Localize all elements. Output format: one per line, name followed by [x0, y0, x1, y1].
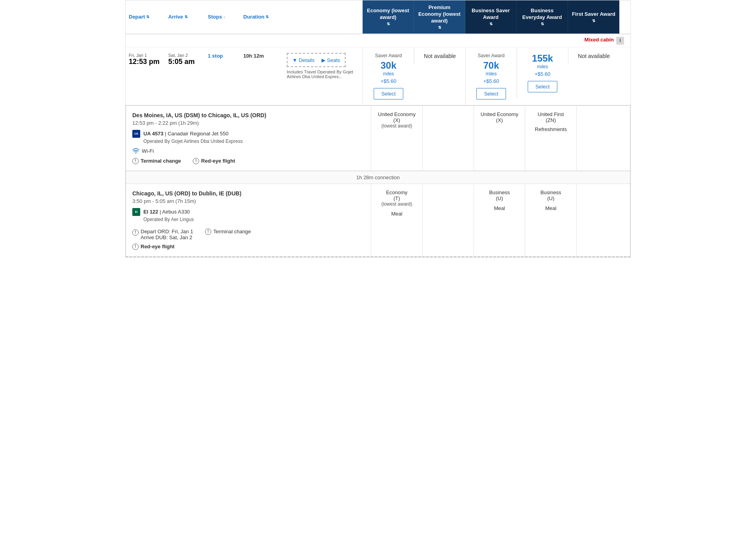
seg1-premium-col [422, 106, 474, 171]
first-saver-not-available: Not available [578, 53, 610, 59]
first-saver-award-cell: Not available [568, 47, 619, 65]
arrive-cell: Sat, Jan 2 5:05 am [165, 47, 205, 71]
first-saver-header: First Saver Award ⇅ [568, 0, 619, 34]
duration-value: 10h 12m [243, 53, 280, 59]
arrive-sort-icon: ⇅ [184, 15, 188, 19]
segment2-route: Chicago, IL, US (ORD) to Dublin, IE (DUB… [132, 190, 365, 197]
red-eye-label: Red-eye flight [201, 158, 235, 164]
segment1-route: Des Moines, IA, US (DSM) to Chicago, IL,… [132, 112, 365, 118]
operated-by: Includes Travel Operated By Gojet Airlin… [287, 69, 359, 79]
biz-saver-select-button[interactable]: Select [476, 88, 506, 99]
mixed-cabin-label: Mixed cabin [585, 37, 614, 45]
seg2-biz-saver-col: Business (U) Meal [474, 184, 525, 256]
seg1-economy-col: United Economy (X) (lowest award) [371, 106, 422, 171]
segment1-time: 12:53 pm - 2:22 pm (1h 29m) [132, 120, 365, 126]
wifi-icon [132, 148, 139, 154]
economy-header: Economy (lowest award) ⇅ [363, 0, 414, 34]
depart-date: Fri, Jan 1 [129, 53, 162, 58]
details-button[interactable]: ▼ Details [292, 57, 314, 63]
premium-sort-icon[interactable]: ⇅ [438, 25, 441, 30]
economy-miles: 30k [380, 60, 396, 71]
ua-logo: UA [132, 130, 140, 138]
depart-cell: Fri, Jan 1 12:53 pm [126, 47, 165, 71]
seg2-premium-col [422, 184, 474, 256]
biz-everyday-miles: 155k [532, 53, 553, 64]
seg2-economy-col: Economy (T) (lowest award) Meal [371, 184, 422, 256]
terminal-change-label: Terminal change [141, 158, 181, 164]
biz-everyday-select-button[interactable]: Select [528, 81, 557, 92]
premium-award-cell: Not available [414, 47, 465, 65]
svg-point-0 [135, 153, 136, 154]
seg1-biz-saver-col: United Economy (X) [474, 106, 525, 171]
biz-everyday-miles-unit: miles [537, 64, 548, 69]
economy-fee: +$5.60 [380, 78, 396, 84]
ei-logo: EI [132, 208, 140, 216]
duration-header[interactable]: Duration ⇅ [240, 0, 284, 34]
details-cell: ▼ Details ▶ Seats Includes Travel Operat… [284, 47, 363, 84]
biz-saver-fee: +$5.60 [483, 78, 499, 84]
duration-cell: 10h 12m [240, 47, 284, 64]
economy-award-cell: Saver Award 30k miles +$5.60 Select [363, 47, 414, 105]
economy-select-button[interactable]: Select [374, 88, 403, 99]
segment2-warning2: ! Terminal change [205, 229, 251, 235]
mixed-cabin-banner: Mixed cabin ℹ [126, 34, 630, 47]
stops-header[interactable]: Stops ↓ [205, 0, 240, 34]
depart-ord-label: Depart ORD: Fri, Jan 1 [141, 229, 193, 234]
economy-sort-icon[interactable]: ⇅ [387, 22, 390, 26]
seg2-first-saver-col [576, 184, 628, 256]
economy-award-label: Saver Award [375, 53, 402, 58]
stops-cell[interactable]: 1 stop [205, 47, 240, 64]
stops-value[interactable]: 1 stop [208, 53, 237, 59]
segments-container: Des Moines, IA, US (DSM) to Chicago, IL,… [126, 105, 630, 257]
biz-everyday-header: Business Everyday Award ⇅ [517, 0, 568, 34]
arrive-header[interactable]: Arrive ⇅ [165, 0, 205, 34]
biz-saver-header: Business Saver Award ⇅ [465, 0, 517, 34]
biz-saver-label: Saver Award [478, 53, 505, 58]
segment1-wifi: Wi-Fi [132, 148, 365, 154]
arrive-date: Sat, Jan 2 [168, 53, 201, 58]
depart-time: 12:53 pm [129, 58, 162, 66]
seg2-biz-everyday-col: Business (U) Meal [525, 184, 576, 256]
biz-everyday-sort-icon[interactable]: ⇅ [541, 22, 544, 26]
segment2-warning1: ! Depart ORD: Fri, Jan 1 Arrive DUB: Sat… [132, 229, 193, 240]
segment1-warning1: ! Terminal change [132, 158, 181, 164]
depart-header[interactable]: Depart ⇅ [126, 0, 165, 34]
economy-miles-unit: miles [383, 71, 394, 77]
segment1-flight: UA 4573 | Canadair Regional Jet 550 [143, 131, 228, 137]
arrive-dub-label: Arrive DUB: Sat, Jan 2 [141, 234, 193, 240]
connection-row: 1h 28m connection [126, 171, 630, 184]
premium-header: Premium Economy (lowest award) ⇅ [414, 0, 465, 34]
segment2: Chicago, IL, US (ORD) to Dublin, IE (DUB… [126, 184, 630, 256]
seg1-biz-everyday-col: United First (ZN) Refreshments [525, 106, 576, 171]
first-saver-sort-icon[interactable]: ⇅ [592, 19, 595, 23]
segment2-time: 3:50 pm - 5:05 am (7h 15m) [132, 198, 365, 204]
seg1-first-saver-col [576, 106, 628, 171]
seats-button[interactable]: ▶ Seats [322, 57, 340, 63]
segment2-flight: EI 122 | Airbus A330 [143, 209, 190, 215]
biz-everyday-award-cell: 155k miles +$5.60 Select [517, 47, 568, 98]
segment1-info: Des Moines, IA, US (DSM) to Chicago, IL,… [126, 106, 371, 171]
arrive-time: 5:05 am [168, 58, 201, 66]
biz-saver-award-cell: Saver Award 70k miles +$5.60 Select [465, 47, 517, 105]
duration-sort-icon: ⇅ [265, 15, 269, 19]
terminal-change-2-label: Terminal change [213, 229, 251, 234]
depart-sort-icon: ⇅ [146, 15, 149, 19]
stops-sort-icon: ↓ [223, 15, 225, 19]
wifi-label: Wi-Fi [142, 148, 154, 154]
red-eye-2-label: Red-eye flight [141, 244, 175, 249]
biz-saver-sort-icon[interactable]: ⇅ [489, 22, 493, 26]
segment1-warning2: ! Red-eye flight [193, 158, 235, 164]
segment2-operated: Operated By Aer Lingus [143, 217, 365, 222]
segment1: Des Moines, IA, US (DSM) to Chicago, IL,… [126, 106, 630, 171]
biz-saver-miles: 70k [483, 60, 499, 71]
biz-everyday-fee: +$5.60 [534, 71, 550, 77]
segment1-operated: Operated By Gojet Airlines Dba United Ex… [143, 139, 365, 144]
biz-saver-miles-unit: miles [485, 71, 496, 77]
premium-not-available: Not available [424, 53, 456, 59]
mixed-cabin-icon: ℹ [616, 37, 624, 45]
segment2-warning3: ! Red-eye flight [132, 244, 365, 250]
segment2-info: Chicago, IL, US (ORD) to Dublin, IE (DUB… [126, 184, 371, 256]
